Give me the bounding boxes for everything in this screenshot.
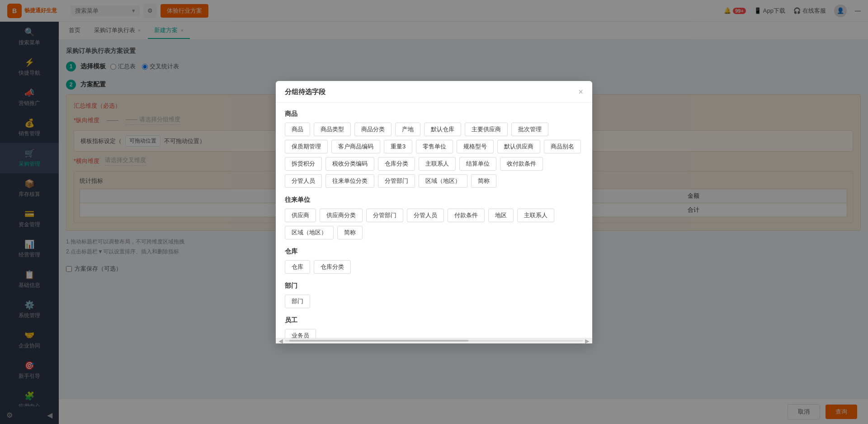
field-tag-2-0[interactable]: 仓库	[285, 260, 310, 274]
modal-close-btn[interactable]: ×	[578, 87, 583, 97]
field-tag-1-8[interactable]: 简称	[337, 226, 363, 239]
field-tag-0-24[interactable]: 简称	[471, 174, 496, 188]
field-tag-0-17[interactable]: 主联系人	[419, 157, 456, 171]
field-tag-0-11[interactable]: 规格型号	[457, 140, 494, 153]
field-tag-4-0[interactable]: 业务员	[285, 329, 316, 338]
field-tag-0-6[interactable]: 批次管理	[511, 123, 548, 136]
field-tag-0-23[interactable]: 区域（地区）	[419, 174, 467, 188]
field-tag-0-5[interactable]: 主要供应商	[465, 123, 508, 136]
field-tag-0-18[interactable]: 结算单位	[459, 157, 496, 171]
field-tag-0-14[interactable]: 拆货积分	[285, 157, 322, 171]
field-group-title-0: 商品	[285, 110, 583, 118]
field-tag-0-16[interactable]: 仓库分类	[378, 157, 415, 171]
scrollbar-track	[285, 340, 583, 342]
field-group-title-2: 仓库	[285, 248, 583, 256]
field-tags-0: 商品商品类型商品分类产地默认仓库主要供应商批次管理保质期管理客户商品编码重量3零…	[285, 123, 583, 188]
field-tag-3-0[interactable]: 部门	[285, 295, 310, 308]
modal-box: 分组待选字段 × 商品商品商品类型商品分类产地默认仓库主要供应商批次管理保质期管…	[276, 81, 592, 343]
field-tag-0-13[interactable]: 商品别名	[544, 140, 581, 153]
modal-header: 分组待选字段 ×	[276, 81, 592, 103]
field-tag-1-0[interactable]: 供应商	[285, 209, 316, 222]
field-tag-0-10[interactable]: 零售单位	[416, 140, 453, 153]
field-tag-2-1[interactable]: 仓库分类	[314, 260, 351, 274]
field-tag-1-1[interactable]: 供应商分类	[320, 209, 363, 222]
field-tag-0-21[interactable]: 往来单位分类	[326, 174, 374, 188]
field-tag-0-4[interactable]: 默认仓库	[424, 123, 461, 136]
field-group-title-4: 员工	[285, 316, 583, 324]
field-tag-0-15[interactable]: 税收分类编码	[326, 157, 374, 171]
field-tag-1-7[interactable]: 区域（地区）	[285, 226, 334, 239]
field-tag-1-3[interactable]: 分管人员	[407, 209, 444, 222]
field-group-title-3: 部门	[285, 282, 583, 290]
field-tags-4: 业务员	[285, 329, 583, 338]
field-tag-0-1[interactable]: 商品类型	[314, 123, 351, 136]
modal-body: 商品商品商品类型商品分类产地默认仓库主要供应商批次管理保质期管理客户商品编码重量…	[276, 103, 592, 338]
field-tag-0-19[interactable]: 收付款条件	[500, 157, 543, 171]
field-tag-0-12[interactable]: 默认供应商	[497, 140, 540, 153]
field-tag-0-7[interactable]: 保质期管理	[285, 140, 328, 153]
field-tag-1-6[interactable]: 主联系人	[517, 209, 554, 222]
field-group-2: 仓库仓库仓库分类	[285, 248, 583, 274]
field-tag-0-20[interactable]: 分管人员	[285, 174, 322, 188]
modal-overlay: 分组待选字段 × 商品商品商品类型商品分类产地默认仓库主要供应商批次管理保质期管…	[0, 0, 868, 424]
field-group-0: 商品商品商品类型商品分类产地默认仓库主要供应商批次管理保质期管理客户商品编码重量…	[285, 110, 583, 188]
field-tag-1-2[interactable]: 分管部门	[366, 209, 403, 222]
field-group-3: 部门部门	[285, 282, 583, 308]
field-tag-0-2[interactable]: 商品分类	[354, 123, 392, 136]
field-tag-0-0[interactable]: 商品	[285, 123, 310, 136]
scroll-right-arrow[interactable]: ▶	[583, 338, 591, 344]
field-tags-3: 部门	[285, 295, 583, 308]
field-tags-1: 供应商供应商分类分管部门分管人员付款条件地区主联系人区域（地区）简称	[285, 209, 583, 239]
field-tag-1-5[interactable]: 地区	[488, 209, 514, 222]
field-tag-0-3[interactable]: 产地	[395, 123, 420, 136]
field-tag-0-9[interactable]: 重量3	[384, 140, 412, 153]
field-tag-0-22[interactable]: 分管部门	[378, 174, 415, 188]
modal-title: 分组待选字段	[285, 88, 326, 96]
field-group-4: 员工业务员	[285, 316, 583, 338]
modal-bottom-scrollbar[interactable]: ◀ ▶	[276, 338, 592, 343]
field-tag-0-8[interactable]: 客户商品编码	[331, 140, 380, 153]
field-tag-1-4[interactable]: 付款条件	[448, 209, 485, 222]
field-group-title-1: 往来单位	[285, 196, 583, 204]
scroll-left-arrow[interactable]: ◀	[277, 338, 285, 344]
field-group-1: 往来单位供应商供应商分类分管部门分管人员付款条件地区主联系人区域（地区）简称	[285, 196, 583, 239]
field-tags-2: 仓库仓库分类	[285, 260, 583, 274]
scrollbar-thumb	[289, 340, 468, 342]
